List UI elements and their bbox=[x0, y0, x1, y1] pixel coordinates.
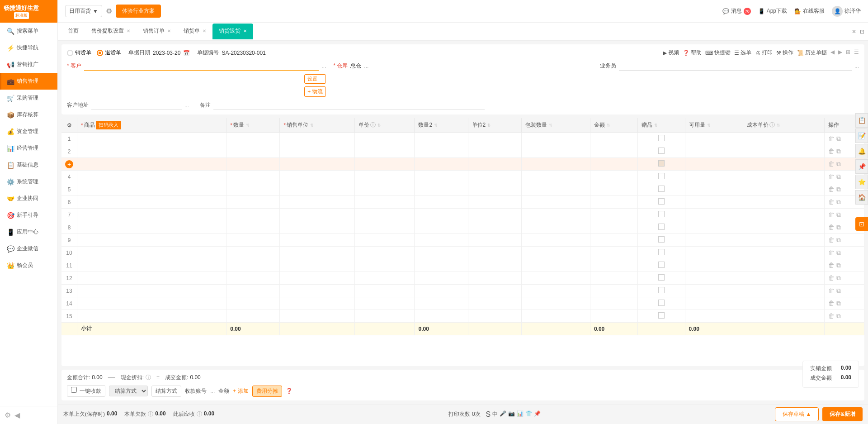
row-available[interactable] bbox=[685, 209, 743, 221]
gift-checkbox[interactable] bbox=[658, 186, 665, 192]
row-unit2[interactable] bbox=[468, 259, 521, 272]
row-qty2[interactable] bbox=[415, 272, 468, 285]
row-pack-qty[interactable] bbox=[521, 259, 590, 272]
close-tab-icon[interactable]: ✕ bbox=[852, 29, 856, 35]
gift-checkbox[interactable] bbox=[658, 135, 665, 141]
video-btn[interactable]: ▶ 视频 bbox=[663, 49, 679, 57]
row-sales-unit[interactable] bbox=[280, 297, 355, 310]
sidebar-item-sales[interactable]: 💼 销售管理 bbox=[0, 73, 57, 90]
row-gift[interactable] bbox=[637, 145, 685, 158]
restore-tab-icon[interactable]: ⊡ bbox=[860, 29, 864, 35]
row-pack-qty[interactable] bbox=[521, 183, 590, 196]
delete-icon[interactable]: 🗑 bbox=[828, 160, 835, 167]
row-unit2[interactable] bbox=[468, 183, 521, 196]
delete-icon[interactable]: 🗑 bbox=[828, 236, 835, 243]
tool-icon[interactable]: 中 bbox=[492, 410, 498, 419]
row-product[interactable] bbox=[77, 158, 226, 171]
sidebar-item-basic[interactable]: 📋 基础信息 bbox=[0, 157, 57, 173]
row-available[interactable] bbox=[685, 221, 743, 234]
row-pack-qty[interactable] bbox=[521, 171, 590, 183]
row-qty2[interactable] bbox=[415, 234, 468, 247]
row-unit-price[interactable] bbox=[354, 297, 415, 310]
row-available[interactable] bbox=[685, 234, 743, 247]
row-cost-price[interactable] bbox=[743, 133, 825, 145]
row-gift[interactable] bbox=[637, 183, 685, 196]
row-cost-price[interactable] bbox=[743, 196, 825, 209]
customer-input[interactable] bbox=[84, 61, 319, 71]
row-unit2[interactable] bbox=[468, 145, 521, 158]
copy-icon[interactable]: ⧉ bbox=[836, 211, 841, 218]
row-cost-price[interactable] bbox=[743, 234, 825, 247]
row-unit-price[interactable] bbox=[354, 259, 415, 272]
gift-checkbox[interactable] bbox=[658, 300, 665, 306]
row-pack-qty[interactable] bbox=[521, 247, 590, 259]
sort-icon[interactable]: ⇅ bbox=[434, 123, 438, 128]
sidebar-item-guide[interactable]: 🎯 新手引导 bbox=[0, 207, 57, 224]
copy-icon[interactable]: ⧉ bbox=[836, 300, 841, 307]
row-amount[interactable] bbox=[590, 259, 637, 272]
add-row-icon[interactable]: + bbox=[65, 160, 73, 168]
row-qty2[interactable] bbox=[415, 158, 468, 171]
right-icon-2[interactable]: 📝 bbox=[855, 129, 868, 143]
row-qty[interactable] bbox=[226, 145, 280, 158]
row-qty2[interactable] bbox=[415, 285, 468, 297]
right-icon-1[interactable]: 📋 bbox=[855, 113, 868, 128]
delete-icon[interactable]: 🗑 bbox=[828, 135, 835, 142]
one-click-payment-btn[interactable]: 一键收款 bbox=[67, 385, 105, 397]
sort-icon[interactable]: ⇅ bbox=[487, 123, 491, 128]
sort-icon[interactable]: ⇅ bbox=[607, 123, 610, 128]
row-unit2[interactable] bbox=[468, 234, 521, 247]
row-unit-price[interactable] bbox=[354, 171, 415, 183]
row-gift[interactable] bbox=[637, 310, 685, 323]
sidebar-item-member[interactable]: 👑 畅会员 bbox=[0, 257, 57, 274]
row-qty[interactable] bbox=[226, 221, 280, 234]
row-unit2[interactable] bbox=[468, 247, 521, 259]
sort-icon[interactable]: ⇅ bbox=[707, 123, 711, 128]
row-amount[interactable] bbox=[590, 183, 637, 196]
radio-sales[interactable]: 销货单 bbox=[67, 49, 91, 57]
row-cost-price[interactable] bbox=[743, 171, 825, 183]
delete-icon[interactable]: 🗑 bbox=[828, 211, 835, 218]
row-gift[interactable] bbox=[637, 171, 685, 183]
row-gift[interactable] bbox=[637, 234, 685, 247]
row-qty[interactable] bbox=[226, 247, 280, 259]
sidebar-item-finance[interactable]: 💰 资金管理 bbox=[0, 123, 57, 140]
row-qty2[interactable] bbox=[415, 259, 468, 272]
row-qty[interactable] bbox=[226, 234, 280, 247]
sidebar-item-enterprise[interactable]: 🤝 企业协同 bbox=[0, 190, 57, 207]
row-pack-qty[interactable] bbox=[521, 209, 590, 221]
row-available[interactable] bbox=[685, 247, 743, 259]
row-sales-unit[interactable] bbox=[280, 234, 355, 247]
delete-icon[interactable]: 🗑 bbox=[828, 186, 835, 193]
delete-icon[interactable]: 🗑 bbox=[828, 312, 835, 319]
tool-icon[interactable]: 📷 bbox=[508, 410, 515, 419]
row-sales-unit[interactable] bbox=[280, 209, 355, 221]
row-qty[interactable] bbox=[226, 209, 280, 221]
copy-icon[interactable]: ⧉ bbox=[836, 173, 841, 180]
save-draft-button[interactable]: 保存草稿 ▲ bbox=[775, 407, 819, 421]
gift-checkbox[interactable] bbox=[658, 198, 665, 205]
sort-icon[interactable]: ⇅ bbox=[654, 123, 658, 128]
row-qty[interactable] bbox=[226, 196, 280, 209]
row-pack-qty[interactable] bbox=[521, 272, 590, 285]
delete-icon[interactable]: 🗑 bbox=[828, 300, 835, 307]
delete-icon[interactable]: 🗑 bbox=[828, 287, 835, 294]
row-unit2[interactable] bbox=[468, 209, 521, 221]
fee-split-btn[interactable]: 费用分摊 bbox=[252, 386, 282, 397]
row-pack-qty[interactable] bbox=[521, 297, 590, 310]
operate-btn[interactable]: ⚒ 操作 bbox=[776, 49, 793, 57]
sort-icon[interactable]: ⇅ bbox=[310, 123, 314, 128]
settlement-select2[interactable]: 结算方式 bbox=[151, 386, 181, 397]
sidebar-item-business[interactable]: 📊 经营管理 bbox=[0, 140, 57, 157]
warehouse-dots[interactable]: ... bbox=[364, 63, 368, 69]
row-sales-unit[interactable] bbox=[280, 171, 355, 183]
close-icon[interactable]: ✕ bbox=[203, 29, 206, 33]
row-available[interactable] bbox=[685, 158, 743, 171]
row-amount[interactable] bbox=[590, 221, 637, 234]
next-icon[interactable]: ▶ bbox=[838, 49, 842, 57]
help-btn[interactable]: ❓ 帮助 bbox=[683, 49, 702, 57]
row-qty2[interactable] bbox=[415, 171, 468, 183]
copy-icon[interactable]: ⧉ bbox=[836, 274, 841, 281]
experience-button[interactable]: 体验行业方案 bbox=[116, 5, 161, 18]
delete-icon[interactable]: 🗑 bbox=[828, 274, 835, 281]
